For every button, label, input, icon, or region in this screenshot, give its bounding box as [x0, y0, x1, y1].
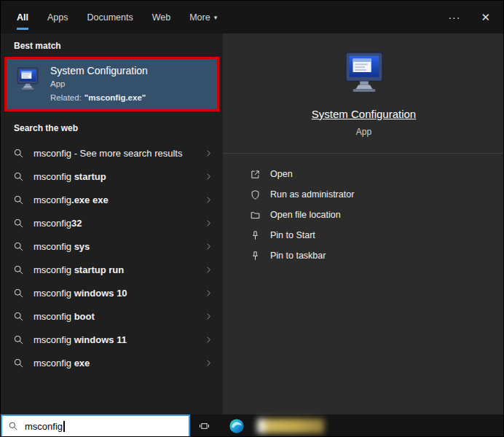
related-label: Related: — [50, 93, 82, 102]
suggestion-item[interactable]: msconfig.exe exe — [1, 188, 223, 211]
search-input-value: msconfig — [25, 421, 63, 432]
tab-documents[interactable]: Documents — [87, 1, 133, 34]
suggestion-query: msconfig — [34, 241, 71, 252]
suggestion-text: msconfig startup — [34, 171, 106, 182]
search-web-section-label: Search the web — [1, 116, 223, 138]
search-icon — [13, 218, 24, 229]
pin-icon — [250, 251, 261, 261]
action-label: Open file location — [270, 210, 341, 220]
suggestion-suffix: sys — [71, 241, 90, 252]
suggestion-item[interactable]: msconfig exe — [1, 351, 223, 374]
suggestion-text: msconfig32 — [34, 218, 82, 229]
suggestion-list: msconfig - See more search results mscon… — [1, 141, 223, 374]
search-icon — [13, 311, 24, 322]
suggestion-suffix: .exe exe — [71, 194, 109, 205]
search-icon — [13, 148, 24, 159]
blurred-taskbar-item[interactable] — [257, 419, 324, 433]
preview-type: App — [356, 127, 371, 137]
system-configuration-icon — [342, 51, 387, 93]
suggestion-item[interactable]: msconfig windows 10 — [1, 281, 223, 304]
suggestion-query: msconfig — [34, 148, 71, 159]
suggestion-item[interactable]: msconfig startup — [1, 165, 223, 188]
suggestion-see-more[interactable]: msconfig - See more search results — [1, 141, 223, 165]
tab-web[interactable]: Web — [152, 1, 170, 34]
search-filter-bar: All Apps Documents Web More ▾ ··· ✕ — [1, 1, 503, 34]
tab-apps[interactable]: Apps — [47, 1, 68, 34]
suggestion-query: msconfig — [34, 358, 71, 369]
suggestion-item[interactable]: msconfig sys — [1, 235, 223, 258]
suggestion-query: msconfig — [34, 311, 71, 322]
related-value: "msconfig.exe" — [84, 93, 146, 102]
best-match-text: System Configuration App Related:"msconf… — [50, 65, 148, 102]
action-label: Pin to taskbar — [270, 251, 326, 261]
chevron-right-icon[interactable] — [205, 196, 213, 204]
action-list: Open Run as administrator Open file loca… — [223, 154, 504, 266]
chevron-right-icon[interactable] — [205, 219, 213, 227]
options-ellipsis-button[interactable]: ··· — [448, 12, 460, 23]
search-icon — [13, 194, 24, 205]
chevron-right-icon[interactable] — [205, 336, 213, 344]
suggestion-text: msconfig windows 11 — [34, 334, 127, 345]
chevron-down-icon: ▾ — [214, 14, 218, 21]
system-configuration-icon — [15, 67, 40, 90]
task-view-icon[interactable] — [198, 420, 210, 432]
topbar-right-controls: ··· ✕ — [448, 11, 490, 24]
preview-panel: System Configuration App Open Run as adm… — [223, 34, 504, 414]
chevron-right-icon[interactable] — [205, 243, 213, 251]
suggestion-text: msconfig exe — [34, 358, 90, 369]
best-match-section-label: Best match — [1, 34, 223, 55]
suggestion-query: msconfig — [34, 171, 71, 182]
chevron-right-icon[interactable] — [205, 266, 213, 274]
preview-title[interactable]: System Configuration — [312, 108, 416, 120]
search-icon — [13, 264, 24, 275]
suggestion-suffix: windows 11 — [71, 334, 127, 345]
action-label: Run as administrator — [270, 189, 354, 200]
suggestion-item[interactable]: msconfig startup run — [1, 258, 223, 281]
suggestion-query: msconfig — [34, 288, 71, 299]
chevron-right-icon[interactable] — [205, 289, 213, 297]
search-icon — [13, 171, 24, 182]
tab-label: Apps — [47, 12, 68, 23]
suggestion-item[interactable]: msconfig windows 11 — [1, 328, 223, 351]
chevron-right-icon[interactable] — [205, 149, 213, 157]
chevron-right-icon[interactable] — [205, 312, 213, 320]
suggestion-query: msconfig — [34, 334, 71, 345]
action-label: Pin to Start — [270, 230, 315, 240]
folder-icon — [250, 210, 261, 221]
search-icon — [13, 334, 24, 345]
suggestion-query: msconfig — [34, 218, 71, 229]
suggestion-suffix: exe — [71, 358, 90, 369]
chevron-right-icon[interactable] — [205, 359, 213, 367]
search-flyout-window: All Apps Documents Web More ▾ ··· ✕ Best… — [0, 0, 504, 437]
best-match-result[interactable]: System Configuration App Related:"msconf… — [7, 59, 217, 109]
search-icon — [13, 358, 24, 369]
tab-all[interactable]: All — [17, 1, 28, 34]
chevron-right-icon[interactable] — [205, 173, 213, 181]
suggestion-suffix: 32 — [71, 218, 82, 229]
action-run-as-administrator[interactable]: Run as administrator — [250, 184, 504, 205]
action-open[interactable]: Open — [250, 164, 504, 184]
action-pin-to-start[interactable]: Pin to Start — [250, 225, 504, 245]
suggestion-item[interactable]: msconfig32 — [1, 211, 223, 235]
search-icon — [13, 241, 24, 252]
suggestion-suffix: startup run — [71, 264, 124, 275]
tab-more[interactable]: More ▾ — [189, 1, 217, 34]
best-match-related: Related:"msconfig.exe" — [50, 93, 148, 102]
suggestion-text: msconfig sys — [34, 241, 90, 252]
tab-label: All — [17, 12, 28, 23]
suggestion-item[interactable]: msconfig boot — [1, 304, 223, 328]
search-input[interactable]: msconfig — [1, 414, 190, 437]
close-button[interactable]: ✕ — [481, 11, 490, 24]
pin-icon — [250, 230, 261, 241]
suggestion-suffix: windows 10 — [71, 288, 127, 299]
action-open-file-location[interactable]: Open file location — [250, 205, 504, 225]
best-match-type: App — [50, 79, 148, 88]
suggestion-suffix: - See more search results — [71, 148, 182, 159]
edge-icon[interactable] — [229, 418, 245, 434]
results-panel: Best match System Configuration App Rela… — [1, 34, 223, 414]
suggestion-suffix: boot — [71, 311, 95, 322]
shield-icon — [250, 189, 261, 200]
text-caret — [63, 421, 65, 432]
suggestion-text: msconfig windows 10 — [34, 288, 127, 299]
action-pin-to-taskbar[interactable]: Pin to taskbar — [250, 245, 504, 266]
